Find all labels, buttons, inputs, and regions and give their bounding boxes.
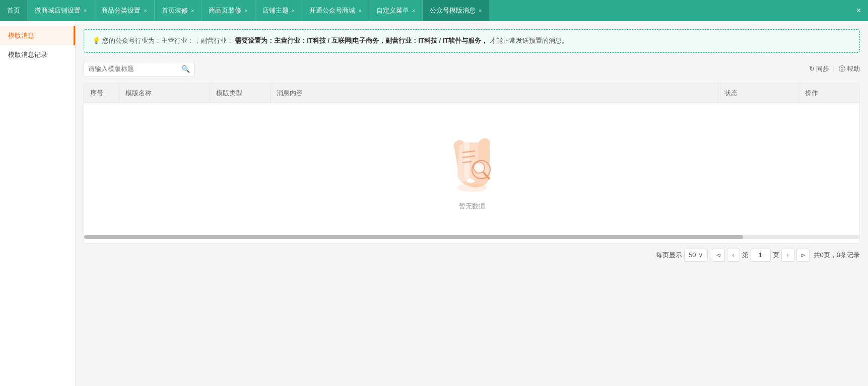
close-tab-mall[interactable]: × <box>358 8 361 14</box>
search-input-wrapper[interactable]: 🔍 <box>84 61 194 77</box>
nav-tab-home[interactable]: 首页 <box>0 0 28 21</box>
col-index: 序号 <box>84 84 119 103</box>
nav-tab-templatemsg[interactable]: 公众号模版消息 × <box>423 0 489 21</box>
page-size-select: 每页显示 50 ∨ <box>656 249 707 262</box>
chevron-down-icon: ∨ <box>698 251 703 259</box>
sidebar-item-records[interactable]: 模版消息记录 <box>0 45 75 64</box>
next-page-button[interactable]: › <box>781 249 794 262</box>
close-tab-templatemsg[interactable]: × <box>479 8 482 14</box>
page-size-label: 每页显示 <box>656 251 682 260</box>
page-size-value: 50 <box>689 251 696 259</box>
page-nav: ⊲ ‹ 第 页 › ⊳ <box>712 249 810 262</box>
nav-tab-label: 商品分类设置 <box>101 6 141 15</box>
last-page-button[interactable]: ⊳ <box>796 249 810 262</box>
nav-tab-mall[interactable]: 开通公众号商城 × <box>302 0 369 21</box>
nav-tab-productpage[interactable]: 商品页装修 × <box>202 0 255 21</box>
sidebar-item-template[interactable]: 模版消息 <box>0 26 75 45</box>
page-total: 共0页，0条记录 <box>814 251 860 260</box>
nav-tab-label: 店铺主题 <box>262 6 289 15</box>
help-icon: ⓪ <box>839 64 845 73</box>
nav-tab-custommenu[interactable]: 自定义菜单 × <box>369 0 423 21</box>
search-bar: 🔍 ↻ 同步 | ⓪ 帮助 <box>84 61 860 77</box>
col-type: 模版类型 <box>210 84 271 103</box>
col-content: 消息内容 <box>271 84 718 103</box>
svg-point-7 <box>476 164 479 167</box>
page-label: 页 <box>773 251 779 260</box>
nav-tab-label: 首页 <box>7 6 20 15</box>
page-size-dropdown[interactable]: 50 ∨ <box>684 249 707 262</box>
nav-tab-label: 首页装修 <box>162 6 188 15</box>
main-content: 💡 您的公众号行业为：主营行业：，副营行业： 需要设置为：主营行业：IT科技 /… <box>76 21 868 386</box>
toolbar-right: ↻ 同步 | ⓪ 帮助 <box>809 64 860 73</box>
nav-tab-homepage[interactable]: 首页装修 × <box>155 0 202 21</box>
sidebar: 模版消息 模版消息记录 <box>0 21 76 386</box>
nav-tab-label: 开通公众号商城 <box>309 6 355 15</box>
notice-highlight: 需要设置为：主营行业：IT科技 / 互联网|电子商务，副营行业：IT科技 / I… <box>235 37 488 44</box>
scroll-track[interactable] <box>84 235 859 239</box>
empty-state: 暂无数据 <box>84 103 859 231</box>
close-tab-homepage[interactable]: × <box>191 8 194 14</box>
pagination: 每页显示 50 ∨ ⊲ ‹ 第 页 › ⊳ 共0页，0条记录 <box>84 244 860 264</box>
help-button[interactable]: ⓪ 帮助 <box>839 64 860 73</box>
search-input[interactable] <box>88 65 181 72</box>
nav-tab-label: 商品页装修 <box>209 6 241 15</box>
help-label: 帮助 <box>847 64 860 73</box>
table-header: 序号 模版名称 模版类型 消息内容 状态 操作 <box>84 84 859 103</box>
empty-icon <box>442 133 502 194</box>
toolbar-divider: | <box>833 65 835 72</box>
sync-icon: ↻ <box>809 65 815 72</box>
nav-tab-category[interactable]: 商品分类设置 × <box>94 0 154 21</box>
close-tab-theme[interactable]: × <box>292 8 295 14</box>
first-page-button[interactable]: ⊲ <box>712 249 725 262</box>
nav-tab-label: 微商城店铺设置 <box>35 6 81 15</box>
notice-banner: 💡 您的公众号行业为：主营行业：，副营行业： 需要设置为：主营行业：IT科技 /… <box>84 29 860 53</box>
col-action: 操作 <box>799 84 859 103</box>
close-tab-category[interactable]: × <box>144 8 147 14</box>
current-page-input[interactable] <box>751 249 771 262</box>
svg-point-5 <box>474 162 485 173</box>
sync-label: 同步 <box>816 64 829 73</box>
nav-tab-label: 公众号模版消息 <box>430 6 476 15</box>
close-tab-productpage[interactable]: × <box>244 8 247 14</box>
nav-tab-label: 自定义菜单 <box>376 6 409 15</box>
empty-text: 暂无数据 <box>459 202 485 211</box>
prev-page-button[interactable]: ‹ <box>727 249 740 262</box>
scroll-thumb[interactable] <box>84 235 743 239</box>
nav-tab-wshop[interactable]: 微商城店铺设置 × <box>28 0 94 21</box>
notice-icon: 💡 <box>92 37 100 44</box>
notice-text-suffix: 才能正常发送预置的消息。 <box>490 37 568 44</box>
close-tab-custommenu[interactable]: × <box>412 8 415 14</box>
table-wrapper: 序号 模版名称 模版类型 消息内容 状态 操作 <box>84 83 860 244</box>
col-status: 状态 <box>718 84 799 103</box>
nav-tab-theme[interactable]: 店铺主题 × <box>255 0 302 21</box>
col-name: 模版名称 <box>119 84 210 103</box>
sidebar-item-label: 模版消息 <box>8 32 34 39</box>
sync-button[interactable]: ↻ 同步 <box>809 64 829 73</box>
notice-text-prefix: 您的公众号行业为：主营行业：，副营行业： <box>102 37 233 44</box>
search-icon[interactable]: 🔍 <box>181 65 190 73</box>
layout: 模版消息 模版消息记录 💡 您的公众号行业为：主营行业：，副营行业： 需要设置为… <box>0 21 868 386</box>
close-tab-wshop[interactable]: × <box>84 8 87 14</box>
close-all-button[interactable]: × <box>849 6 868 15</box>
sidebar-item-label: 模版消息记录 <box>8 51 47 58</box>
top-nav: 首页 微商城店铺设置 × 商品分类设置 × 首页装修 × 商品页装修 × 店铺主… <box>0 0 868 21</box>
page-word: 第 <box>742 251 749 260</box>
